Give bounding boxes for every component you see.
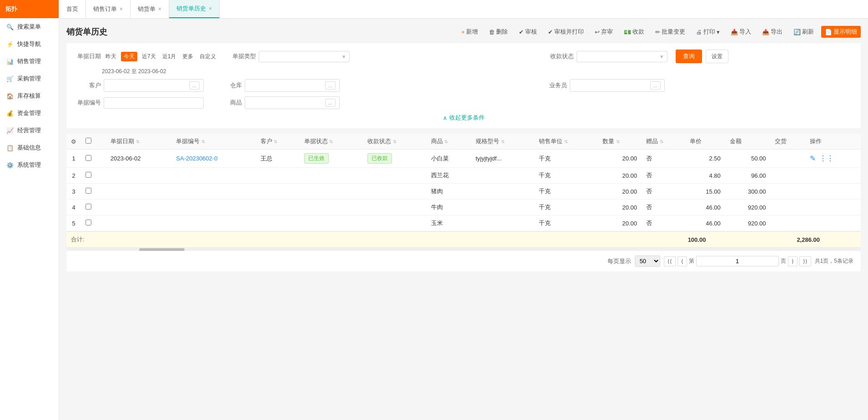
per-page-select[interactable]: 50 100 200: [635, 255, 660, 267]
table-row: 4 牛肉 千克 20.00 否 46.00 920.00: [66, 200, 861, 215]
tab-sales-order[interactable]: 销售订单 ×: [86, 0, 130, 18]
date-option-yesterday[interactable]: 昨天: [104, 52, 118, 61]
sidebar-item-sales-mgmt[interactable]: 📊 销售管理: [0, 53, 59, 70]
sidebar-item-basic-info[interactable]: 📋 基础信息: [0, 139, 59, 156]
warehouse-input[interactable]: [249, 82, 325, 89]
sidebar-item-quick-nav[interactable]: ⚡ 快捷导航: [0, 35, 59, 53]
col-gift: 赠品 ⇅: [642, 134, 685, 150]
import-icon: 📥: [731, 29, 738, 35]
date-option-custom[interactable]: 自定义: [198, 52, 218, 61]
sidebar-item-inventory[interactable]: 🏠 库存核算: [0, 87, 59, 105]
batch-change-label: 批量变更: [662, 28, 685, 36]
collect-status-input[interactable]: [581, 53, 660, 60]
customer-label: 客户: [74, 81, 101, 90]
date-option-1month[interactable]: 近1月: [161, 52, 178, 61]
doc-no-link[interactable]: SA-20230602-0: [176, 155, 217, 162]
sidebar-item-label: 库存核算: [17, 92, 41, 100]
warehouse-ellipsis-icon[interactable]: ...: [325, 81, 336, 90]
query-button[interactable]: 查询: [676, 50, 702, 63]
sidebar-item-label: 经营管理: [17, 126, 41, 135]
import-button[interactable]: 📥 导入: [727, 26, 755, 38]
sort-icon[interactable]: ⇅: [393, 139, 396, 144]
settings-button[interactable]: 设置: [706, 50, 728, 63]
sort-icon[interactable]: ⇅: [274, 139, 277, 144]
salesperson-ellipsis-icon[interactable]: ...: [650, 81, 661, 90]
trending-icon: 📈: [6, 127, 14, 134]
filter-collapse[interactable]: ∧ 收起更多条件: [74, 114, 853, 122]
date-option-7days[interactable]: 近7天: [140, 52, 158, 61]
scrollbar-thumb[interactable]: [139, 248, 185, 251]
page-prev-button[interactable]: ⟨: [677, 256, 687, 266]
delete-button[interactable]: 🗑 删除: [485, 26, 512, 38]
export-button[interactable]: 📤 导出: [758, 26, 786, 38]
show-detail-button[interactable]: 📄 显示明细: [821, 26, 861, 38]
sidebar-item-search-menu[interactable]: 🔍 搜索菜单: [0, 18, 59, 35]
page-first-button[interactable]: ⟨⟨: [664, 256, 676, 266]
col-actions: 操作: [805, 134, 861, 150]
sort-icon[interactable]: ⇅: [616, 139, 620, 144]
refresh-label: 刷新: [802, 28, 814, 36]
row-check: [81, 200, 106, 215]
tab-home[interactable]: 首页: [59, 0, 86, 18]
tab-close-icon[interactable]: ×: [120, 6, 123, 12]
more-action-icon[interactable]: ⋮⋮: [819, 154, 834, 163]
collapse-label: 收起更多条件: [449, 114, 485, 122]
doc-type-input[interactable]: [263, 53, 342, 60]
edit-row-icon[interactable]: ✎: [810, 154, 816, 163]
sidebar-logo: 拓扑: [0, 0, 59, 18]
batch-change-button[interactable]: ✏ 批量变更: [652, 26, 689, 38]
sort-icon[interactable]: ⇅: [201, 139, 205, 144]
sidebar-item-system[interactable]: ⚙️ 系统管理: [0, 156, 59, 174]
collect-button[interactable]: 💵 收款: [620, 26, 648, 38]
add-button[interactable]: + 新增: [457, 26, 482, 38]
gear-settings-icon[interactable]: ⚙: [71, 138, 76, 145]
print-button[interactable]: 🖨 打印 ▾: [692, 26, 723, 38]
cell-customer: [256, 200, 300, 215]
salesperson-input[interactable]: [574, 82, 650, 89]
sort-icon[interactable]: ⇅: [660, 139, 663, 144]
sort-icon[interactable]: ⇅: [501, 139, 505, 144]
tab-close-icon[interactable]: ×: [158, 6, 161, 12]
export-icon: 📤: [762, 29, 769, 35]
horizontal-scrollbar[interactable]: [66, 247, 861, 251]
goods-ellipsis-icon[interactable]: ...: [325, 99, 336, 107]
customer-input[interactable]: [108, 82, 189, 89]
row-check: [81, 184, 106, 200]
audit-print-button[interactable]: ✔ 审核并打印: [544, 26, 587, 38]
row-checkbox[interactable]: [85, 204, 91, 210]
row-checkbox[interactable]: [85, 172, 91, 178]
sidebar-item-operations[interactable]: 📈 经营管理: [0, 122, 59, 139]
date-option-more[interactable]: 更多: [181, 52, 195, 61]
page-last-button[interactable]: ⟩⟩: [799, 256, 811, 266]
tab-sales-history[interactable]: 销货单历史 ×: [169, 0, 220, 18]
collect-status-badge: 已收款: [367, 153, 392, 164]
row-checkbox[interactable]: [85, 155, 91, 161]
tab-close-icon[interactable]: ×: [209, 5, 212, 12]
row-checkbox[interactable]: [85, 220, 91, 225]
filter-action-buttons: 查询 设置: [676, 50, 728, 63]
sidebar-item-purchase-mgmt[interactable]: 🛒 采购管理: [0, 70, 59, 87]
sort-icon[interactable]: ⇅: [136, 139, 140, 144]
goods-input[interactable]: [249, 100, 325, 106]
clipboard-icon: 📋: [6, 144, 14, 151]
page-unit: 页: [781, 257, 786, 265]
tab-sales-delivery[interactable]: 销货单 ×: [130, 0, 169, 18]
page-current-input[interactable]: [696, 256, 779, 266]
date-option-today[interactable]: 今天: [121, 52, 137, 61]
page-next-button[interactable]: ⟩: [788, 256, 798, 266]
row-checkbox[interactable]: [85, 188, 91, 194]
row-num: 1: [66, 150, 81, 168]
refresh-button[interactable]: 🔄 刷新: [790, 26, 818, 38]
cell-spec: [471, 215, 534, 231]
cell-doc-status: [300, 200, 363, 215]
sort-icon[interactable]: ⇅: [329, 139, 333, 144]
customer-ellipsis-icon[interactable]: ...: [189, 81, 200, 90]
audit-button[interactable]: ✔ 审核: [515, 26, 541, 38]
abandon-button[interactable]: ↩ 弃审: [591, 26, 617, 38]
sort-icon[interactable]: ⇅: [444, 139, 448, 144]
sort-icon[interactable]: ⇅: [564, 139, 568, 144]
doc-no-input[interactable]: [104, 97, 204, 109]
sidebar-item-finance[interactable]: 💰 资金管理: [0, 105, 59, 122]
col-goods: 商品 ⇅: [426, 134, 471, 150]
select-all-checkbox[interactable]: [85, 138, 91, 144]
